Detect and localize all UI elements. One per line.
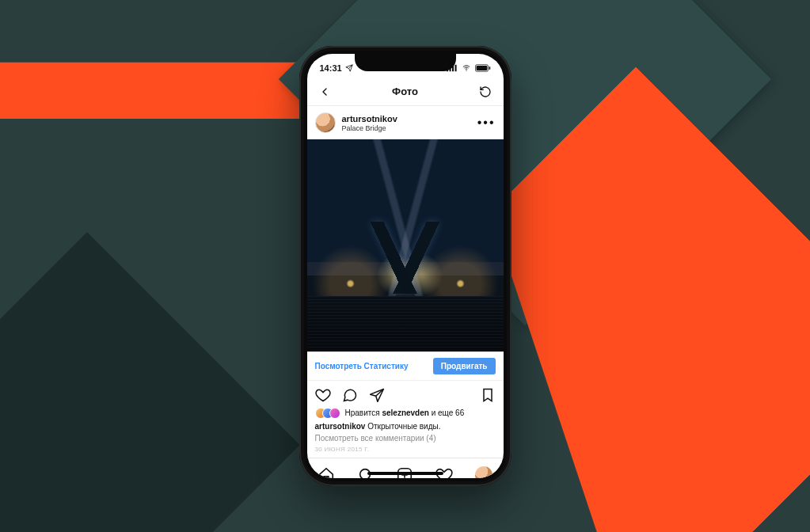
post-actions (307, 381, 504, 406)
svg-rect-7 (489, 66, 490, 70)
back-button[interactable] (317, 84, 333, 100)
promote-button[interactable]: Продвигать (433, 358, 496, 374)
tab-bar (307, 458, 504, 478)
likes-row[interactable]: Нравится seleznevden и еще 66 (307, 406, 504, 420)
status-time: 14:31 (320, 63, 342, 73)
likes-avatars (315, 408, 340, 419)
likes-user: seleznevden (382, 408, 428, 417)
author-avatar[interactable] (315, 112, 336, 133)
tab-home[interactable] (318, 466, 335, 478)
post-more-button[interactable]: ••• (477, 116, 496, 130)
tab-profile[interactable] (475, 466, 492, 478)
profile-avatar-icon (475, 466, 492, 478)
notch (355, 54, 456, 71)
author-username[interactable]: artursotnikov (342, 114, 397, 124)
view-comments-link[interactable]: Посмотреть все комментарии (4) (307, 432, 504, 444)
bookmark-button[interactable] (480, 387, 496, 403)
promote-row: Посмотреть Статистику Продвигать (307, 352, 504, 381)
post-caption: artursotnikov Открыточные виды. (307, 420, 504, 432)
nav-bar: Фото (307, 78, 504, 106)
phone-screen: 14:31 Фото (307, 54, 504, 478)
post-photo[interactable] (307, 139, 504, 352)
phone-mockup: 14:31 Фото (299, 46, 511, 486)
svg-rect-3 (454, 65, 456, 71)
post-header: artursotnikov Palace Bridge ••• (307, 106, 504, 139)
svg-rect-6 (476, 66, 487, 70)
svg-point-4 (466, 70, 466, 70)
like-button[interactable] (315, 387, 331, 403)
refresh-button[interactable] (477, 84, 493, 100)
post-location[interactable]: Palace Bridge (342, 124, 397, 132)
location-icon (345, 64, 353, 72)
caption-username[interactable]: artursotnikov (315, 422, 366, 431)
share-button[interactable] (369, 387, 385, 403)
page-title: Фото (392, 86, 418, 97)
likes-suffix: и еще 66 (432, 408, 465, 417)
home-indicator[interactable] (367, 472, 443, 475)
caption-text: Открыточные виды. (367, 422, 440, 431)
comment-button[interactable] (342, 387, 358, 403)
likes-prefix: Нравится (345, 408, 380, 417)
view-stats-link[interactable]: Посмотреть Статистику (315, 362, 409, 370)
battery-icon (475, 64, 491, 72)
wifi-icon (461, 64, 472, 72)
post-date: 30 ИЮНЯ 2015 Г. (307, 444, 504, 458)
